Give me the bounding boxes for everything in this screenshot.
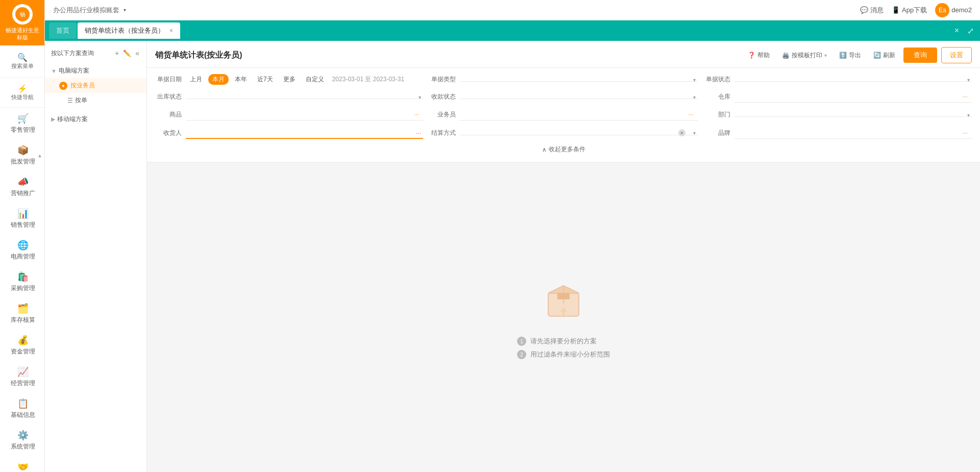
left-panel-header: 按以下方案查询 + ✏️ « <box>45 45 146 61</box>
date-btn-7days[interactable]: 近7天 <box>253 74 277 85</box>
order-icon: ☰ <box>67 97 73 104</box>
active-scheme-dot: ● <box>59 82 67 90</box>
goods-control: ··· <box>186 109 423 121</box>
logo-area[interactable]: 畅 畅捷通好生意标版 <box>0 0 44 45</box>
sidebar-menu: 🛒 零售管理 📦 批发管理 ▲ 📣 营销推广 📊 销售管理 🌐 电商管理 🛍️ … <box>0 108 44 472</box>
tab-bar-actions: × ⤢ <box>952 24 976 38</box>
doc-status-arrow: ▾ <box>967 77 970 82</box>
top-header: 办公用品行业模拟账套 ▾ 💬 消息 📱 App下载 Ea demo2 <box>45 0 980 20</box>
scheme-group-desktop-header[interactable]: ▼ 电脑端方案 <box>45 63 146 78</box>
svg-rect-6 <box>557 293 570 299</box>
consignee-input[interactable] <box>186 127 423 139</box>
brand-control: ··· <box>734 127 972 139</box>
tab-expand-button[interactable]: ⤢ <box>965 24 976 38</box>
warehouse-select[interactable]: ··· <box>734 91 972 103</box>
refresh-icon: 🔄 <box>873 52 881 59</box>
left-panel-title: 按以下方案查询 <box>51 49 94 58</box>
date-btn-this-month[interactable]: 本月 <box>208 74 229 85</box>
filter-department: 部门 ▾ <box>704 109 972 121</box>
page-title-bar: 销货单统计表(按业务员) ❓ 帮助 🖨️ 按模板打印 ▾ ⬆️ 导出 <box>147 41 980 68</box>
doc-status-control: ▾ <box>734 77 972 82</box>
quick-nav-button[interactable]: ⚡ 快捷导航 <box>0 81 44 104</box>
sidebar-item-ecommerce[interactable]: 🌐 电商管理 <box>0 234 44 266</box>
department-arrow: ▾ <box>967 112 970 117</box>
department-select[interactable] <box>734 112 972 117</box>
sidebar-item-basic[interactable]: 📋 基础信息 <box>0 393 44 424</box>
export-button[interactable]: ⬆️ 导出 <box>835 49 865 62</box>
payment-status-label: 收款状态 <box>429 92 456 101</box>
date-btn-more[interactable]: 更多 <box>279 74 300 85</box>
refresh-button[interactable]: 🔄 刷新 <box>869 49 899 62</box>
breadcrumb-text[interactable]: 办公用品行业模拟账套 <box>53 6 119 15</box>
warehouse-control: ··· <box>734 91 972 103</box>
tab-sales-stat[interactable]: 销货单统计表（按业务员） × <box>78 22 180 39</box>
payment-status-select[interactable] <box>460 95 697 99</box>
sidebar-item-cooperation[interactable]: 🤝 企业协同 <box>0 456 44 472</box>
sidebar-item-sales[interactable]: 📊 销售管理 <box>0 203 44 234</box>
edit-scheme-button[interactable]: ✏️ <box>122 48 132 58</box>
sidebar-item-marketing[interactable]: 📣 营销推广 <box>0 171 44 203</box>
consignee-control: ··· <box>186 127 423 139</box>
tab-home[interactable]: 首页 <box>49 22 77 39</box>
payment-method-clear[interactable]: × <box>678 129 685 136</box>
user-area[interactable]: Ea demo2 <box>935 3 972 17</box>
sidebar-item-retail[interactable]: 🛒 零售管理 <box>0 108 44 139</box>
doc-type-select[interactable] <box>460 77 697 82</box>
app-download-button[interactable]: 📱 App下载 <box>892 6 927 15</box>
payment-status-control: ▾ <box>460 95 697 99</box>
add-scheme-button[interactable]: + <box>114 48 120 58</box>
breadcrumb-arrow[interactable]: ▾ <box>124 7 126 13</box>
help-button[interactable]: ❓ 帮助 <box>744 49 774 62</box>
tip-1-num: 1 <box>517 337 526 346</box>
scheme-item-by-salesperson[interactable]: ● 按业务员 <box>45 78 146 93</box>
payment-method-control: × ▾ <box>460 131 697 135</box>
filter-brand: 品牌 ··· <box>704 127 972 139</box>
query-button[interactable]: 查询 <box>903 48 937 63</box>
collapse-panel-button[interactable]: « <box>134 48 140 58</box>
sidebar-item-inventory[interactable]: 🗂️ 库存核算 <box>0 298 44 329</box>
payment-method-select[interactable] <box>460 131 697 135</box>
search-menu-button[interactable]: 🔍 搜索菜单 <box>3 50 41 73</box>
scheme-group-mobile-header[interactable]: ▶ 移动端方案 <box>45 112 146 127</box>
tab-close-all-button[interactable]: × <box>952 24 961 38</box>
operations-icon: 📈 <box>17 366 29 377</box>
date-btn-custom[interactable]: 自定义 <box>302 74 328 85</box>
date-btn-last-month[interactable]: 上月 <box>186 74 206 85</box>
scheme-item-by-order[interactable]: ☰ 按单 <box>45 93 146 108</box>
goods-label: 商品 <box>155 110 182 119</box>
sidebar-item-system[interactable]: ⚙️ 系统管理 <box>0 424 44 456</box>
sidebar-item-wholesale[interactable]: 📦 批发管理 ▲ <box>0 139 44 171</box>
department-label: 部门 <box>704 110 730 119</box>
sidebar-item-finance[interactable]: 💰 资金管理 <box>0 329 44 361</box>
doc-type-arrow: ▾ <box>693 77 696 82</box>
settings-button[interactable]: 设置 <box>941 47 972 63</box>
collapse-chevron-icon: ∧ <box>542 146 547 153</box>
date-range-text: 2023-03-01 至 2023-03-31 <box>332 75 404 84</box>
tab-bar: 首页 销货单统计表（按业务员） × × ⤢ <box>45 20 980 41</box>
sidebar-item-purchase[interactable]: 🛍️ 采购管理 <box>0 266 44 298</box>
salesperson-select[interactable]: ··· <box>460 109 697 121</box>
doc-type-control: ▾ <box>460 77 697 82</box>
sidebar-item-operations[interactable]: 📈 经营管理 <box>0 361 44 393</box>
ship-status-select[interactable] <box>186 95 423 99</box>
page-title-actions: ❓ 帮助 🖨️ 按模板打印 ▾ ⬆️ 导出 🔄 刷新 <box>744 47 972 63</box>
ship-status-label: 出库状态 <box>155 92 182 101</box>
consignee-dots[interactable]: ··· <box>415 129 422 137</box>
filter-area: 单据日期 上月 本月 本年 近7天 更多 自定义 2023-03-01 至 20… <box>147 68 980 162</box>
payment-method-label: 结算方式 <box>429 129 456 137</box>
collapse-conditions-button[interactable]: ∧ 收起更多条件 <box>542 145 585 154</box>
filter-date: 单据日期 上月 本月 本年 近7天 更多 自定义 2023-03-01 至 20… <box>155 74 423 85</box>
doc-status-label: 单据状态 <box>704 75 730 84</box>
goods-select[interactable]: ··· <box>186 109 423 121</box>
tip-1: 1 请先选择要分析的方案 <box>517 337 610 346</box>
brand-label: 品牌 <box>704 129 730 137</box>
template-print-button[interactable]: 🖨️ 按模板打印 ▾ <box>778 49 831 62</box>
doc-status-select[interactable] <box>734 77 972 82</box>
main-area: 办公用品行业模拟账套 ▾ 💬 消息 📱 App下载 Ea demo2 首页 <box>45 0 980 472</box>
right-content: 销货单统计表(按业务员) ❓ 帮助 🖨️ 按模板打印 ▾ ⬆️ 导出 <box>147 41 980 472</box>
date-btn-this-year[interactable]: 本年 <box>231 74 251 85</box>
wholesale-icon: 📦 <box>17 145 29 156</box>
brand-select[interactable]: ··· <box>734 127 972 139</box>
tab-close-icon[interactable]: × <box>169 27 173 34</box>
message-button[interactable]: 💬 消息 <box>860 6 884 15</box>
